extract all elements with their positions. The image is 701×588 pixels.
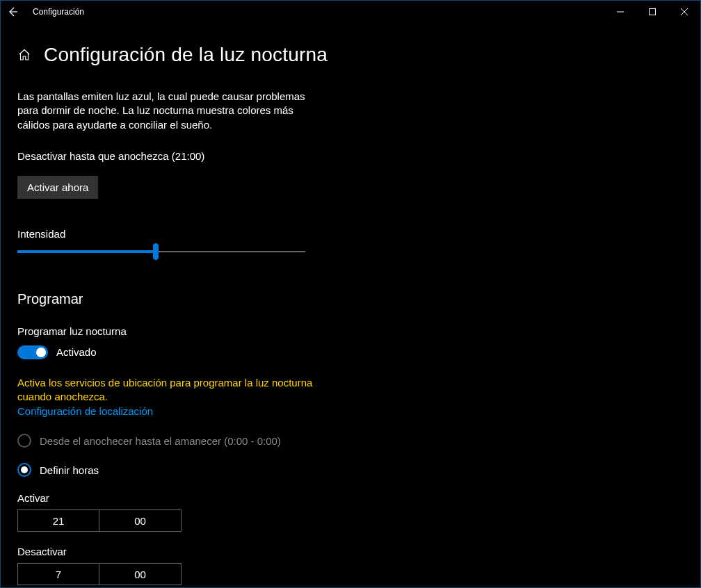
- intensity-slider[interactable]: [17, 248, 305, 250]
- deactivate-time-picker: 7 00: [17, 563, 684, 585]
- radio-sunset-sunrise-label: Desde el anochecer hasta el amanecer (0:…: [40, 435, 281, 447]
- activate-minute-input[interactable]: 00: [99, 509, 182, 532]
- home-icon[interactable]: [17, 48, 31, 62]
- deactivate-time-label: Desactivar: [17, 546, 684, 557]
- activate-time-label: Activar: [17, 492, 684, 504]
- radio-set-hours-label: Definir horas: [40, 464, 99, 476]
- back-button[interactable]: [6, 6, 19, 18]
- minimize-button[interactable]: [604, 1, 636, 23]
- location-warning: Activa los servicios de ubicación para p…: [17, 376, 316, 405]
- schedule-toggle-state: Activado: [56, 346, 97, 358]
- page-title: Configuración de la luz nocturna: [44, 44, 328, 66]
- deactivate-minute-input[interactable]: 00: [99, 563, 182, 585]
- schedule-toggle-label: Programar luz nocturna: [17, 325, 684, 337]
- radio-sunset-sunrise: [17, 434, 31, 448]
- schedule-heading: Programar: [17, 291, 684, 307]
- page-description: Las pantallas emiten luz azul, la cual p…: [17, 90, 309, 132]
- status-text: Desactivar hasta que anochezca (21:00): [17, 150, 684, 162]
- radio-set-hours[interactable]: [17, 463, 31, 477]
- svg-rect-1: [650, 9, 656, 15]
- deactivate-hour-input[interactable]: 7: [17, 563, 99, 585]
- titlebar: Configuración: [1, 1, 700, 23]
- close-button[interactable]: [668, 1, 700, 23]
- activate-now-button[interactable]: Activar ahora: [17, 176, 98, 199]
- activate-hour-input[interactable]: 21: [17, 509, 99, 532]
- titlebar-app-name: Configuración: [33, 7, 84, 17]
- maximize-button[interactable]: [636, 1, 668, 23]
- activate-time-picker: 21 00: [17, 509, 684, 532]
- intensity-label: Intensidad: [17, 228, 684, 240]
- schedule-toggle[interactable]: [17, 345, 48, 359]
- location-settings-link[interactable]: Configuración de localización: [17, 405, 684, 417]
